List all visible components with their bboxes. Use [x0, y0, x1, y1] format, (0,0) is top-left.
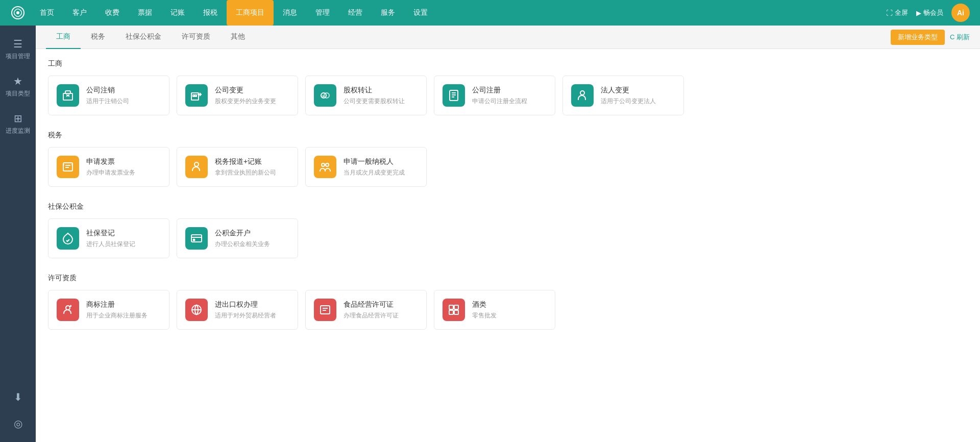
- card-desc: 股权变更外的业务变更: [215, 97, 276, 106]
- card-desc: 适用于公司变更法人: [601, 97, 656, 106]
- svg-text:¥: ¥: [322, 94, 325, 99]
- svg-point-14: [326, 163, 329, 166]
- fullscreen-btn[interactable]: ⛶ 全屏: [886, 8, 908, 17]
- section-工商: 工商 公司注销 适用于注销公司 公司变更 股权变更外的业务变更 ¥ 股权转让 公…: [48, 59, 968, 115]
- tab-许可资质[interactable]: 许可资质: [172, 26, 220, 49]
- card-法人变更[interactable]: 法人变更 适用于公司变更法人: [562, 76, 684, 115]
- sidebar-label: 项目管理: [6, 52, 30, 61]
- tab-工商[interactable]: 工商: [46, 26, 81, 49]
- content-area: 工商税务社保公积金许可资质其他 新增业务类型 C 刷新 工商 公司注销 适用于注…: [36, 26, 980, 442]
- card-desc: 公司变更需要股权转让: [344, 97, 405, 106]
- vip-btn[interactable]: ▶ 畅会员: [916, 8, 943, 17]
- card-icon: [57, 299, 79, 321]
- nav-item-设置[interactable]: 设置: [404, 0, 437, 26]
- nav-item-消息[interactable]: 消息: [274, 0, 306, 26]
- nav-right: ⛶ 全屏 ▶ 畅会员 Ai: [886, 4, 970, 22]
- card-申请发票[interactable]: 申请发票 办理申请发票业务: [48, 147, 169, 187]
- refresh-button[interactable]: C 刷新: [950, 33, 970, 42]
- card-info: 申请一般纳税人 当月或次月成变更完成: [344, 157, 405, 177]
- card-desc: 当月或次月成变更完成: [344, 168, 405, 177]
- nav-item-收费[interactable]: 收费: [96, 0, 129, 26]
- card-社保登记[interactable]: 社保登记 进行人员社保登记: [48, 218, 169, 258]
- cards-grid: 申请发票 办理申请发票业务 税务报道+记账 拿到营业执照的新公司 申请一般纳税人…: [48, 147, 968, 187]
- card-desc: 办理食品经营许可证: [344, 311, 399, 320]
- scroll-content: 工商 公司注销 适用于注销公司 公司变更 股权变更外的业务变更 ¥ 股权转让 公…: [36, 49, 980, 442]
- card-info: 法人变更 适用于公司变更法人: [601, 86, 656, 106]
- svg-point-12: [194, 162, 199, 166]
- nav-item-客户[interactable]: 客户: [63, 0, 96, 26]
- card-title: 酒类: [472, 300, 497, 309]
- svg-rect-5: [195, 95, 197, 96]
- sidebar-bottom-icon-1: ◎: [14, 418, 22, 430]
- card-商标注册[interactable]: 商标注册 用于企业商标注册服务: [48, 290, 169, 330]
- card-icon: ¥: [314, 84, 336, 107]
- svg-point-1: [16, 11, 19, 14]
- card-title: 申请一般纳税人: [344, 157, 405, 166]
- card-申请一般纳税人[interactable]: 申请一般纳税人 当月或次月成变更完成: [305, 147, 427, 187]
- card-公积金开户[interactable]: 公积金开户 办理公积金相关业务: [177, 218, 298, 258]
- play-icon: ▶: [916, 9, 921, 17]
- sidebar-icon-0: ☰: [13, 38, 22, 50]
- card-酒类[interactable]: 酒类 零售批发: [434, 290, 555, 330]
- card-icon: [314, 156, 336, 178]
- sidebar-label: 进度监测: [6, 127, 30, 135]
- card-desc: 进行人员社保登记: [86, 240, 135, 249]
- card-进出口权办理[interactable]: 进出口权办理 适用于对外贸易经营者: [177, 290, 298, 330]
- section-许可资质: 许可资质 商标注册 用于企业商标注册服务 进出口权办理 适用于对外贸易经营者 食…: [48, 274, 968, 330]
- card-icon: [57, 227, 79, 250]
- svg-point-13: [322, 163, 325, 166]
- section-税务: 税务 申请发票 办理申请发票业务 税务报道+记账 拿到营业执照的新公司 申请一般…: [48, 131, 968, 187]
- sidebar-item-项目类型[interactable]: ★ 项目类型: [0, 68, 36, 105]
- card-公司注册[interactable]: 公司注册 申请公司注册全流程: [434, 76, 555, 115]
- avatar[interactable]: Ai: [951, 4, 970, 22]
- tab-税务[interactable]: 税务: [81, 26, 115, 49]
- card-税务报道+记账[interactable]: 税务报道+记账 拿到营业执照的新公司: [177, 147, 298, 187]
- sidebar-bottom-item-1[interactable]: ◎: [0, 410, 36, 437]
- card-desc: 申请公司注册全流程: [472, 97, 527, 106]
- card-食品经营许可证[interactable]: 食品经营许可证 办理食品经营许可证: [305, 290, 427, 330]
- svg-rect-21: [454, 305, 458, 309]
- card-公司注销[interactable]: 公司注销 适用于注销公司: [48, 76, 169, 115]
- card-公司变更[interactable]: 公司变更 股权变更外的业务变更: [177, 76, 298, 115]
- card-info: 税务报道+记账 拿到营业执照的新公司: [215, 157, 276, 177]
- svg-rect-22: [449, 310, 453, 314]
- new-type-button[interactable]: 新增业务类型: [891, 30, 945, 45]
- fullscreen-icon: ⛶: [886, 9, 893, 17]
- section-社保公积金: 社保公积金 社保登记 进行人员社保登记 公积金开户 办理公积金相关业务: [48, 202, 968, 258]
- sidebar-item-项目管理[interactable]: ☰ 项目管理: [0, 31, 36, 68]
- nav-item-票据[interactable]: 票据: [129, 0, 161, 26]
- card-股权转让[interactable]: ¥ 股权转让 公司变更需要股权转让: [305, 76, 427, 115]
- tab-bar: 工商税务社保公积金许可资质其他 新增业务类型 C 刷新: [36, 26, 980, 49]
- nav-item-管理[interactable]: 管理: [306, 0, 339, 26]
- card-desc: 适用于注销公司: [86, 97, 129, 106]
- card-desc: 办理公积金相关业务: [215, 240, 270, 249]
- nav-item-工商项目[interactable]: 工商项目: [227, 0, 274, 26]
- sidebar-bottom-item-0[interactable]: ⬇: [0, 384, 36, 410]
- sidebar-icon-1: ★: [13, 75, 22, 87]
- card-info: 申请发票 办理申请发票业务: [86, 157, 135, 177]
- nav-item-首页[interactable]: 首页: [31, 0, 63, 26]
- card-info: 商标注册 用于企业商标注册服务: [86, 300, 148, 320]
- card-title: 公司注销: [86, 86, 129, 95]
- svg-rect-20: [449, 305, 453, 309]
- sidebar-item-进度监测[interactable]: ⊞ 进度监测: [0, 105, 36, 142]
- tab-社保公积金[interactable]: 社保公积金: [115, 26, 172, 49]
- nav-item-记账[interactable]: 记账: [161, 0, 194, 26]
- card-icon: [185, 299, 208, 321]
- nav-item-报税[interactable]: 报税: [194, 0, 227, 26]
- section-title: 工商: [48, 59, 968, 68]
- cards-grid: 商标注册 用于企业商标注册服务 进出口权办理 适用于对外贸易经营者 食品经营许可…: [48, 290, 968, 330]
- card-info: 食品经营许可证 办理食品经营许可证: [344, 300, 399, 320]
- main-layout: ☰ 项目管理★ 项目类型⊞ 进度监测⬇◎ 工商税务社保公积金许可资质其他 新增业…: [0, 26, 980, 442]
- nav-item-经营[interactable]: 经营: [339, 0, 372, 26]
- tab-其他[interactable]: 其他: [220, 26, 255, 49]
- logo: [5, 0, 31, 26]
- nav-item-服务[interactable]: 服务: [372, 0, 404, 26]
- card-title: 公司注册: [472, 86, 527, 95]
- svg-point-16: [193, 239, 195, 241]
- card-icon: [185, 227, 208, 250]
- svg-rect-2: [63, 93, 72, 100]
- svg-rect-4: [193, 95, 194, 96]
- card-info: 社保登记 进行人员社保登记: [86, 229, 135, 249]
- cards-grid: 公司注销 适用于注销公司 公司变更 股权变更外的业务变更 ¥ 股权转让 公司变更…: [48, 76, 968, 115]
